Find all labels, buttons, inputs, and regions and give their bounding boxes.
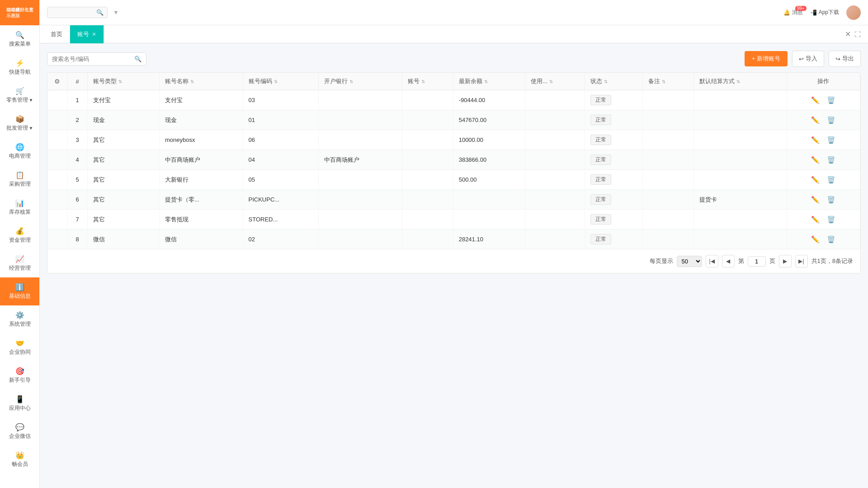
sidebar-item-enterprise-wechat[interactable]: 💬 企业微信	[0, 418, 39, 446]
edit-button-5[interactable]: ✏️	[808, 195, 822, 204]
edit-button-2[interactable]: ✏️	[808, 135, 822, 145]
sort-account-icon: ⇅	[421, 79, 425, 84]
cell-remark-3	[642, 150, 693, 170]
delete-button-4[interactable]: 🗑️	[824, 175, 838, 184]
cell-settlement-0	[693, 90, 787, 110]
sidebar-item-retail-mgmt[interactable]: 🛒 零售管理 ▼	[0, 81, 39, 109]
cell-account-5	[402, 190, 453, 210]
delete-button-1[interactable]: 🗑️	[824, 115, 838, 125]
page-size-select[interactable]: 50 100 200	[677, 256, 702, 267]
edit-button-7[interactable]: ✏️	[808, 235, 822, 244]
tab-close-window-icon[interactable]: ✕	[845, 30, 851, 38]
sidebar-item-inventory[interactable]: 📊 库存核算	[0, 193, 39, 221]
last-page-button[interactable]: ▶|	[795, 255, 808, 267]
sidebar-item-quick-nav[interactable]: ⚡ 快捷导航	[0, 53, 39, 81]
topbar-search-box[interactable]: 🔍	[47, 7, 108, 18]
account-search-box[interactable]: 🔍	[47, 52, 146, 66]
col-status[interactable]: 状态 ⇅	[585, 73, 642, 90]
edit-button-0[interactable]: ✏️	[808, 95, 822, 105]
cell-remark-1	[642, 110, 693, 130]
sidebar-item-basic-info[interactable]: ℹ️ 基础信息	[0, 277, 39, 305]
topbar-nav-arrow[interactable]: ▼	[113, 9, 119, 16]
prev-page-button[interactable]: ◀	[722, 255, 735, 267]
topbar-search-input[interactable]	[51, 9, 96, 16]
cell-bank-6	[319, 210, 402, 230]
sidebar-label-ecom: 电商管理	[9, 153, 31, 159]
delete-button-3[interactable]: 🗑️	[824, 155, 838, 164]
account-tab-label: 账号	[77, 30, 89, 38]
delete-button-5[interactable]: 🗑️	[824, 195, 838, 204]
cell-status-7: 正常	[585, 230, 642, 249]
sidebar-item-sys-mgmt[interactable]: ⚙️ 系统管理	[0, 305, 39, 333]
next-page-button[interactable]: ▶	[779, 255, 792, 267]
cell-code-0: 03	[243, 90, 319, 110]
delete-button-2[interactable]: 🗑️	[824, 135, 838, 145]
sidebar-item-wholesale-mgmt[interactable]: 📦 批发管理 ▼	[0, 109, 39, 137]
edit-button-3[interactable]: ✏️	[808, 155, 822, 164]
col-num: #	[67, 73, 87, 90]
col-name[interactable]: 账号名称 ⇅	[159, 73, 243, 90]
app-download-button[interactable]: 📲 App下载	[810, 9, 839, 16]
cell-code-2: 06	[243, 130, 319, 150]
sidebar-item-new-guide[interactable]: 🎯 新手引导	[0, 361, 39, 389]
app-logo: 稳稳赚好生意 乐惠版	[0, 0, 39, 25]
delete-button-7[interactable]: 🗑️	[824, 235, 838, 244]
cell-num-1: 2	[67, 110, 87, 130]
sidebar-item-app-center[interactable]: 📱 应用中心	[0, 389, 39, 418]
tab-fullscreen-icon[interactable]: ⛶	[854, 31, 861, 38]
sidebar-item-capital-mgmt[interactable]: 💰 资金管理	[0, 221, 39, 249]
sidebar-item-ecom-mgmt[interactable]: 🌐 电商管理	[0, 137, 39, 165]
cell-status-3: 正常	[585, 150, 642, 170]
edit-button-6[interactable]: ✏️	[808, 215, 822, 224]
cell-status-4: 正常	[585, 170, 642, 190]
sidebar-item-enterprise-agreement[interactable]: 🤝 企业协同	[0, 333, 39, 361]
sidebar-item-purchase-mgmt[interactable]: 📋 采购管理	[0, 165, 39, 193]
search-menu-icon: 🔍	[0, 31, 39, 39]
sidebar-item-search-menu[interactable]: 🔍 搜索菜单	[0, 25, 39, 53]
cell-gear-5	[47, 190, 67, 210]
sort-remark-icon: ⇅	[662, 79, 665, 84]
account-search-input[interactable]	[52, 56, 134, 62]
tab-home[interactable]: 首页	[43, 25, 70, 43]
logo-subtext: 乐惠版	[6, 13, 33, 19]
export-button[interactable]: ↪ 导出	[829, 51, 861, 67]
first-page-button[interactable]: |◀	[706, 255, 718, 267]
col-code[interactable]: 账号编码 ⇅	[243, 73, 319, 90]
import-button[interactable]: ↩ 导入	[792, 51, 824, 67]
user-avatar[interactable]	[846, 5, 861, 20]
cell-bank-3: 中百商场账户	[319, 150, 402, 170]
messages-button[interactable]: 🔔 消息 99+	[783, 9, 803, 16]
cell-action-0: ✏️ 🗑️	[787, 90, 860, 110]
cell-name-3: 中百商场账户	[159, 150, 243, 170]
cell-name-6: 零售抵现	[159, 210, 243, 230]
cell-gear-3	[47, 150, 67, 170]
wholesale-arrow-icon: ▼	[29, 126, 33, 131]
edit-button-1[interactable]: ✏️	[808, 115, 822, 125]
delete-button-0[interactable]: 🗑️	[824, 95, 838, 105]
delete-button-6[interactable]: 🗑️	[824, 215, 838, 224]
sidebar-item-member[interactable]: 👑 畅会员	[0, 446, 39, 474]
cell-usage-7	[525, 230, 585, 249]
col-usage[interactable]: 使用... ⇅	[525, 73, 585, 90]
col-balance[interactable]: 最新余额 ⇅	[453, 73, 525, 90]
gear-icon[interactable]: ⚙	[54, 78, 60, 85]
add-account-button[interactable]: + 新增账号	[745, 51, 788, 66]
tab-account[interactable]: 账号 ✕	[70, 25, 104, 43]
cell-settlement-2	[693, 130, 787, 150]
tab-close-icon[interactable]: ✕	[92, 31, 96, 38]
cell-name-7: 微信	[159, 230, 243, 249]
sidebar-label-app-center: 应用中心	[9, 405, 31, 411]
col-type[interactable]: 账号类型 ⇅	[87, 73, 159, 90]
sidebar-item-ops-mgmt[interactable]: 📈 经营管理	[0, 249, 39, 277]
cell-account-4	[402, 170, 453, 190]
page-input[interactable]	[748, 256, 766, 267]
col-bank[interactable]: 开户银行 ⇅	[319, 73, 402, 90]
col-account[interactable]: 账号 ⇅	[402, 73, 453, 90]
col-action: 操作	[787, 73, 860, 90]
status-badge-7: 正常	[590, 234, 611, 244]
col-default-settlement[interactable]: 默认结算方式 ⇅	[693, 73, 787, 90]
col-remark[interactable]: 备注 ⇅	[642, 73, 693, 90]
col-gear[interactable]: ⚙	[47, 73, 67, 90]
edit-button-4[interactable]: ✏️	[808, 175, 822, 184]
cell-gear-0	[47, 90, 67, 110]
